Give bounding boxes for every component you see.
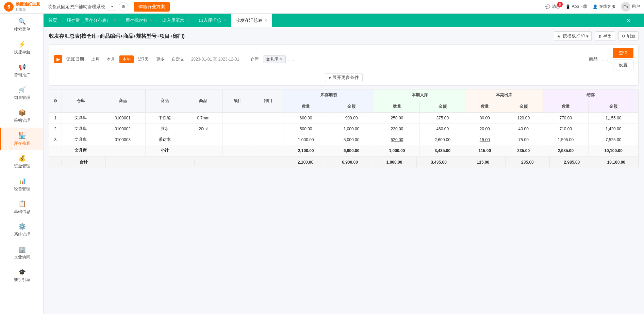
out-qty-link[interactable]: 80.00 bbox=[480, 116, 490, 120]
tab-stock[interactable]: 现存量（库存分布表） ✕ bbox=[62, 14, 121, 27]
cell-out-amt: 40.00 bbox=[504, 123, 543, 134]
footer-out-qty: 115.00 bbox=[461, 157, 505, 167]
message-icon: 💬 bbox=[545, 4, 550, 9]
cell-open-amt: 6,900.00 bbox=[329, 145, 374, 156]
message-badge: 6 bbox=[557, 2, 563, 7]
sidebar-item-operation[interactable]: 📊 经营管理 bbox=[0, 173, 43, 196]
date-btn-more[interactable]: 更多 bbox=[153, 55, 167, 63]
system-title: 装备及固定资产辅助管理系统 ▾ ⚙ 体验行业方案 bbox=[48, 2, 545, 12]
tab-inout-flow-label: 出入库流水 bbox=[162, 17, 184, 23]
th-settings[interactable]: ⚙ bbox=[49, 89, 62, 113]
cell-project bbox=[222, 134, 253, 145]
cell-in-qty[interactable]: 230.00 bbox=[374, 123, 420, 134]
refresh-btn[interactable]: ↻ 刷新 bbox=[618, 31, 639, 41]
cell-close-qty: 1,505.00 bbox=[543, 134, 589, 145]
warehouse-more[interactable]: ... bbox=[288, 56, 295, 63]
search-icon: 🔍 bbox=[18, 18, 26, 25]
sidebar-item-purchase[interactable]: 📦 采购管理 bbox=[0, 105, 43, 128]
trial-btn[interactable]: 体验行业方案 bbox=[134, 2, 170, 12]
sidebar-item-search[interactable]: 🔍 搜索菜单 bbox=[0, 14, 43, 36]
expand-more-btn[interactable]: ▾ 展开更多条件 bbox=[325, 73, 363, 82]
export-icon: ⬆ bbox=[598, 34, 602, 39]
warehouse-tag-remove[interactable]: ✕ bbox=[280, 57, 283, 62]
sidebar-item-sales[interactable]: 🛒 销售管理 bbox=[0, 82, 43, 105]
th-warehouse: 仓库 bbox=[62, 89, 100, 113]
print-btn[interactable]: 🖨 按模板打印 ▾ bbox=[554, 31, 592, 41]
sidebar-item-corp[interactable]: 🏢 企业协同 bbox=[0, 242, 43, 264]
cell-close-amt: 1,420.00 bbox=[589, 123, 638, 134]
out-qty-link[interactable]: 20.00 bbox=[480, 127, 490, 131]
cell-out-qty[interactable]: 80.00 bbox=[465, 113, 504, 123]
tab-stock-close[interactable]: ✕ bbox=[113, 18, 116, 23]
set-btn[interactable]: 设置 bbox=[613, 60, 633, 70]
in-qty-link[interactable]: 250.00 bbox=[391, 116, 403, 120]
sidebar-item-newbie[interactable]: 🎓 新手引导 bbox=[0, 264, 43, 287]
product-more[interactable]: ... bbox=[602, 56, 609, 63]
product-label: 商品 bbox=[589, 56, 598, 62]
cell-in-qty[interactable]: 520.00 bbox=[374, 134, 420, 145]
th-out-qty: 数量 bbox=[465, 101, 504, 113]
sidebar-item-finance[interactable]: 💰 资金管理 bbox=[0, 150, 43, 173]
cell-open-amt: 5,000.00 bbox=[329, 134, 374, 145]
in-qty-link[interactable]: 520.00 bbox=[391, 137, 403, 142]
date-btn-7days[interactable]: 近7天 bbox=[135, 55, 152, 63]
warehouse-tag-text: 文具库 bbox=[266, 56, 278, 62]
tab-inout-flow-close[interactable]: ✕ bbox=[186, 18, 189, 23]
tab-home[interactable]: 首页 bbox=[44, 14, 62, 27]
cell-close-qty: 2,985.00 bbox=[543, 145, 589, 156]
user-btn[interactable]: Ea 用户 bbox=[621, 2, 640, 12]
print-icon: 🖨 bbox=[557, 34, 561, 39]
cell-out-qty[interactable]: 20.00 bbox=[465, 123, 504, 134]
date-btn-last-month[interactable]: 上月 bbox=[88, 55, 102, 63]
query-btn[interactable]: 查询 bbox=[613, 48, 633, 58]
filter-toggle-btn[interactable]: ▶ bbox=[54, 55, 62, 63]
tab-collect-sum-close[interactable]: ✕ bbox=[264, 18, 267, 23]
cell-in-qty[interactable]: 250.00 bbox=[374, 113, 420, 123]
warehouse-tag[interactable]: 文具库 ✕ bbox=[263, 55, 286, 63]
footer-empty-3 bbox=[150, 160, 195, 165]
th-in-qty: 数量 bbox=[374, 101, 420, 113]
date-btn-this-month[interactable]: 本月 bbox=[104, 55, 118, 63]
cell-warehouse: 文具库 bbox=[62, 145, 100, 156]
tab-bar-close-all[interactable]: ✕ bbox=[623, 17, 634, 24]
date-btn-this-year[interactable]: 本年 bbox=[119, 55, 134, 63]
sidebar: 🔍 搜索菜单 ⚡ 快捷导航 📢 营销推广 🛒 销售管理 📦 采购管理 🏪 库存核… bbox=[0, 14, 44, 314]
online-service-btn[interactable]: 👤 在线客服 bbox=[593, 4, 615, 10]
sidebar-item-basic[interactable]: 📋 基础信息 bbox=[0, 196, 43, 219]
footer-empty-2 bbox=[106, 160, 150, 165]
export-btn[interactable]: ⬆ 导出 bbox=[595, 31, 615, 41]
th-opening: 库存期初 bbox=[283, 89, 374, 101]
sidebar-item-inventory[interactable]: 🏪 库存核算 bbox=[0, 128, 43, 150]
cell-in-amt: 375.00 bbox=[420, 113, 465, 123]
cell-code: 0100001 bbox=[100, 113, 146, 123]
data-table-wrap: ⚙ 仓库 商品 商品 商品 项目 部门 库存期初 本期入库 本期出库 结存 bbox=[49, 89, 639, 168]
out-qty-link: 115.00 bbox=[478, 148, 491, 153]
sidebar-item-marketing[interactable]: 📢 营销推广 bbox=[0, 59, 43, 82]
sidebar-label-finance: 资金管理 bbox=[14, 163, 30, 169]
tab-inout-sum-close[interactable]: ✕ bbox=[223, 18, 226, 23]
tab-inout-flow[interactable]: 出入库流水 ✕ bbox=[158, 14, 194, 27]
tab-batch-close[interactable]: ✕ bbox=[150, 18, 153, 23]
cell-warehouse: 文具库 bbox=[62, 134, 100, 145]
out-qty-link[interactable]: 15.00 bbox=[480, 137, 490, 142]
tab-collect-sum[interactable]: 收发存汇总表 ✕ bbox=[231, 14, 272, 27]
in-qty-link: 1,000.00 bbox=[389, 148, 405, 153]
th-out-amt: 金额 bbox=[504, 101, 543, 113]
tab-inout-sum[interactable]: 出入库汇总 ✕ bbox=[194, 14, 231, 27]
data-table: ⚙ 仓库 商品 商品 商品 项目 部门 库存期初 本期入库 本期出库 结存 bbox=[49, 89, 638, 156]
system-dropdown-btn[interactable]: ▾ bbox=[108, 3, 116, 11]
footer-label: 合计 bbox=[62, 156, 106, 168]
sidebar-item-quick[interactable]: ⚡ 快捷导航 bbox=[0, 36, 43, 59]
in-qty-link[interactable]: 230.00 bbox=[391, 127, 403, 131]
app-download-btn[interactable]: 📱 App下载 bbox=[565, 4, 587, 10]
cell-out-qty[interactable]: 15.00 bbox=[465, 134, 504, 145]
tab-batch[interactable]: 库存批次账 ✕ bbox=[121, 14, 158, 27]
sidebar-item-system[interactable]: ⚙️ 系统管理 bbox=[0, 219, 43, 242]
settings-icon[interactable]: ⚙ bbox=[119, 2, 128, 12]
cell-code bbox=[100, 145, 146, 156]
footer-empty-1 bbox=[49, 160, 62, 165]
message-btn[interactable]: 💬 消息 6 bbox=[545, 4, 560, 10]
cell-in-amt: 3,435.00 bbox=[420, 145, 465, 156]
page-title: 收发存汇总表(按仓库+商品编码+商品+规格型号+项目+部门) bbox=[49, 33, 185, 39]
date-btn-custom[interactable]: 自定义 bbox=[169, 55, 187, 63]
